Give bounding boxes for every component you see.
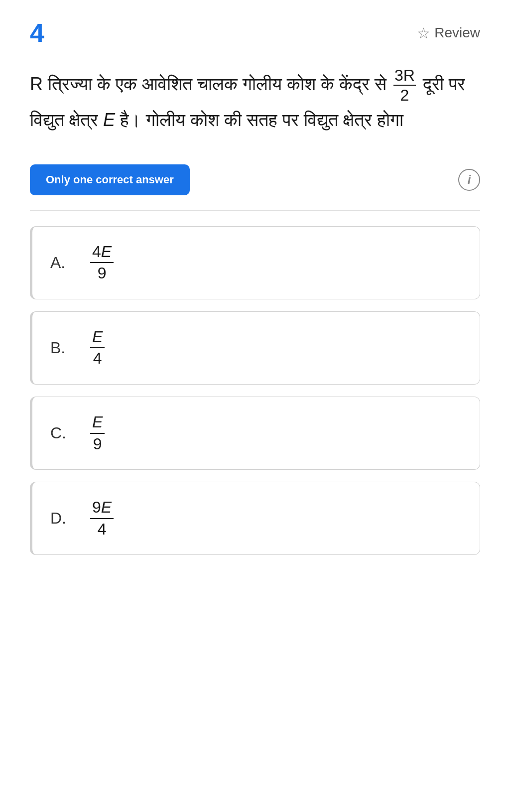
option-d-label: D. xyxy=(50,509,80,528)
option-b-value: E 4 xyxy=(90,327,105,369)
fraction-3r-2: 3R 2 xyxy=(393,66,416,105)
option-a-label: A. xyxy=(50,254,80,272)
option-c[interactable]: C. E 9 xyxy=(30,397,480,470)
page-container: 4 ☆ Review R त्रिज्या के एक आवेशित चालक … xyxy=(0,0,510,812)
fraction-9e-4: 9E 4 xyxy=(90,497,114,540)
fraction-e-4: E 4 xyxy=(90,327,105,369)
option-c-value: E 9 xyxy=(90,412,105,454)
review-button[interactable]: ☆ Review xyxy=(417,24,480,42)
option-d[interactable]: D. 9E 4 xyxy=(30,482,480,555)
fraction-e-9: E 9 xyxy=(90,412,105,454)
info-symbol: i xyxy=(468,173,471,187)
review-label: Review xyxy=(434,25,480,41)
badge-row: Only one correct answer i xyxy=(30,164,480,195)
option-c-label: C. xyxy=(50,424,80,442)
option-b-label: B. xyxy=(50,339,80,357)
option-a[interactable]: A. 4E 9 xyxy=(30,226,480,299)
star-icon: ☆ xyxy=(417,24,430,42)
options-list: A. 4E 9 B. E 4 C. E 9 xyxy=(30,226,480,555)
option-b[interactable]: B. E 4 xyxy=(30,311,480,385)
question-number: 4 xyxy=(30,20,44,46)
fraction-4e-9: 4E 9 xyxy=(90,242,114,284)
info-icon-button[interactable]: i xyxy=(458,169,480,191)
divider xyxy=(30,210,480,211)
option-d-value: 9E 4 xyxy=(90,497,114,540)
header-row: 4 ☆ Review xyxy=(30,20,480,46)
option-a-value: 4E 9 xyxy=(90,242,114,284)
only-one-correct-badge: Only one correct answer xyxy=(30,164,190,195)
question-text: R त्रिज्या के एक आवेशित चालक गोलीय कोश क… xyxy=(30,66,480,135)
